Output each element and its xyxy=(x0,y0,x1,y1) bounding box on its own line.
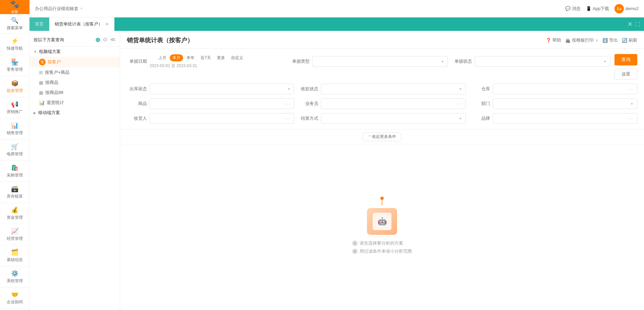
order-type-select[interactable]: ▼ xyxy=(312,56,448,67)
company-name: 办公用品行业模拟账套 xyxy=(35,6,78,12)
collapse-panel-icon[interactable]: ≪ xyxy=(110,36,116,44)
hint-num-2: ② xyxy=(352,249,358,254)
filter-shipment-status: 出库状态 ▼ xyxy=(127,84,294,94)
print-icon: 🖨️ xyxy=(565,38,571,43)
sidebar-item-basic[interactable]: 🗂️ 基础信息 xyxy=(0,245,30,266)
tree-item-return-stats[interactable]: 📊 退货统计 xyxy=(30,98,120,108)
add-scheme-icon[interactable]: ⊕ xyxy=(95,36,100,44)
tree-item-by-customer-product[interactable]: ⊞ 按客户+商品 xyxy=(30,67,120,78)
main-content: 🤖 ① 请先选择要分析的方案 ② 用过滤条件来缩小分析范围 xyxy=(120,144,644,310)
goods-dots: ··· xyxy=(285,101,291,106)
user-profile[interactable]: Ea demo2 xyxy=(614,4,639,13)
app-logo[interactable]: 🐾 标版 xyxy=(0,0,30,14)
shipment-status-select[interactable]: ▼ xyxy=(150,84,294,94)
by-product-99-label: 按商品99 xyxy=(45,90,63,96)
order-type-arrow: ▼ xyxy=(441,60,444,63)
sidebar-item-marketing[interactable]: 📢 营销推广 xyxy=(0,97,30,118)
sidebar-item-finance[interactable]: 💰 资金管理 xyxy=(0,203,30,224)
tab-sales-report[interactable]: 销货单统计表（按客户） ✕ xyxy=(49,17,114,31)
sidebar-item-search[interactable]: 🔍 搜索菜单 xyxy=(0,14,30,34)
tree-group-pc[interactable]: ▼ 电脑端方案 xyxy=(30,47,120,57)
company-selector[interactable]: 办公用品行业模拟账套 ▼ xyxy=(35,6,83,12)
empty-text: ① 请先选择要分析的方案 ② 用过滤条件来缩小分析范围 xyxy=(352,240,412,256)
date-tab-more[interactable]: 更多 xyxy=(214,54,228,62)
filter-settlement: 结算方式 ▼ xyxy=(298,113,466,124)
by-product-99-icon: ▦ xyxy=(39,90,43,95)
department-label: 部门 xyxy=(470,101,490,107)
sidebar-item-inventory[interactable]: 🗃️ 库存核算 xyxy=(0,182,30,203)
tab-close-icon[interactable]: ✕ xyxy=(105,22,109,27)
hint-num-1: ① xyxy=(352,241,358,246)
tree-item-by-product[interactable]: ▦ 按商品 xyxy=(30,78,120,88)
filter-salesperson: 业务员 ··· xyxy=(298,98,466,109)
date-tab-last-month2[interactable]: 上月 xyxy=(156,54,169,62)
settings-scheme-icon[interactable]: ⊙ xyxy=(103,36,107,44)
date-tab-custom[interactable]: 自定义 xyxy=(228,54,246,62)
salesperson-input[interactable]: ··· xyxy=(321,98,466,109)
sidebar-item-operation[interactable]: 📈 经营管理 xyxy=(0,224,30,245)
ecommerce-icon: 🛒 xyxy=(11,143,18,150)
recipient-dots: ··· xyxy=(285,116,291,121)
sidebar-item-sales[interactable]: 📊 销售管理 xyxy=(0,118,30,140)
tree-item-by-product-99[interactable]: ▦ 按商品99 xyxy=(30,88,120,98)
home-tab-label: 首页 xyxy=(35,21,44,27)
mobile-group-label: 移动端方案 xyxy=(38,110,60,116)
messages-btn[interactable]: 💬 消息 xyxy=(565,6,581,12)
recipient-input[interactable]: ··· xyxy=(150,113,294,124)
page-actions: ❓ 帮助 🖨️ 按模板打印 ▼ ⬇️ 导出 🔄 刷新 xyxy=(546,37,637,43)
sidebar-item-wholesale[interactable]: 📦 批发管理 xyxy=(0,76,30,97)
print-btn[interactable]: 🖨️ 按模板打印 ▼ xyxy=(565,37,598,43)
filter-department: 部门 ▼ xyxy=(470,98,637,109)
department-arrow: ▼ xyxy=(630,102,634,106)
collapse-icon: ⌃ xyxy=(368,135,371,139)
filter-warehouse: 仓库 ··· xyxy=(470,84,637,94)
collapse-button[interactable]: ⌃ 收起更多条件 xyxy=(362,132,402,141)
payment-status-select[interactable]: ▼ xyxy=(321,84,466,94)
date-tab-last-month[interactable] xyxy=(150,57,155,59)
tree-arrow-pc: ▼ xyxy=(34,50,37,54)
maximize-icon[interactable]: ⛶ xyxy=(635,21,640,27)
tabbar: 首页 销货单统计表（按客户） ✕ ✕ ⛶ xyxy=(30,17,644,31)
tab-home[interactable]: 首页 xyxy=(30,17,49,31)
inventory-icon: 🗃️ xyxy=(11,185,18,193)
empty-state: 🤖 ① 请先选择要分析的方案 ② 用过滤条件来缩小分析范围 xyxy=(352,198,412,256)
brand-input[interactable]: ··· xyxy=(493,113,637,124)
warehouse-input[interactable]: ··· xyxy=(493,84,637,94)
brand-label: 品牌 xyxy=(470,115,490,121)
department-select[interactable]: ▼ xyxy=(493,98,637,109)
sidebar-item-retail[interactable]: 🏪 零售管理 xyxy=(0,55,30,76)
app-download-btn[interactable]: 📱 App下载 xyxy=(586,6,609,12)
right-panel: 销货单统计表（按客户） ❓ 帮助 🖨️ 按模板打印 ▼ ⬇️ 导出 xyxy=(120,31,644,310)
sidebar-item-purchase[interactable]: 🛍️ 采购管理 xyxy=(0,161,30,182)
topbar: 办公用品行业模拟账套 ▼ 💬 消息 📱 App下载 Ea demo2 xyxy=(30,0,644,17)
refresh-btn[interactable]: 🔄 刷新 xyxy=(622,37,637,43)
export-btn[interactable]: ⬇️ 导出 xyxy=(602,37,618,43)
query-button[interactable]: 查询 xyxy=(614,54,637,65)
sidebar-item-ecommerce[interactable]: 🛒 电商管理 xyxy=(0,140,30,161)
sidebar-item-shortcut[interactable]: ⚡ 快捷导航 xyxy=(0,34,30,55)
sidebar-item-newguide[interactable]: 🎓 新手引导 xyxy=(0,309,30,310)
filter-payment-status: 收款状态 ▼ xyxy=(298,84,466,94)
sidebar-item-system[interactable]: ⚙️ 系统管理 xyxy=(0,266,30,288)
tree-arrow-mobile: ▶ xyxy=(34,111,36,115)
pc-group-label: 电脑端方案 xyxy=(39,49,61,55)
shipment-status-label: 出库状态 xyxy=(127,86,147,92)
goods-input[interactable]: ··· xyxy=(150,98,294,109)
filter-date: 单据日期 上月 本月 本年 近7天 更多 自定义 xyxy=(127,54,285,69)
filter-goods: 商品 ··· xyxy=(127,98,294,109)
settlement-select[interactable]: ▼ xyxy=(321,113,466,124)
shortcut-icon: ⚡ xyxy=(11,37,18,45)
order-status-select[interactable]: ▼ xyxy=(475,56,610,67)
date-tab-7days[interactable]: 近7天 xyxy=(198,54,214,62)
tabbar-controls: ✕ ⛶ xyxy=(624,20,644,28)
tree-group-mobile[interactable]: ▶ 移动端方案 xyxy=(30,108,120,118)
help-btn[interactable]: ❓ 帮助 xyxy=(546,37,561,43)
sidebar-item-enterprise[interactable]: 🤝 企业协同 xyxy=(0,288,30,309)
settings-button[interactable]: 设置 xyxy=(614,69,637,80)
date-tab-current-month[interactable]: 本月 xyxy=(170,54,183,61)
tree-item-by-customer[interactable]: 客 按客户 xyxy=(30,57,120,67)
close-window-icon[interactable]: ✕ xyxy=(628,20,633,28)
date-tab-year[interactable]: 本年 xyxy=(184,54,197,62)
order-status-label: 单据状态 xyxy=(452,58,472,64)
empty-hint-2: ② 用过滤条件来缩小分析范围 xyxy=(352,248,412,254)
